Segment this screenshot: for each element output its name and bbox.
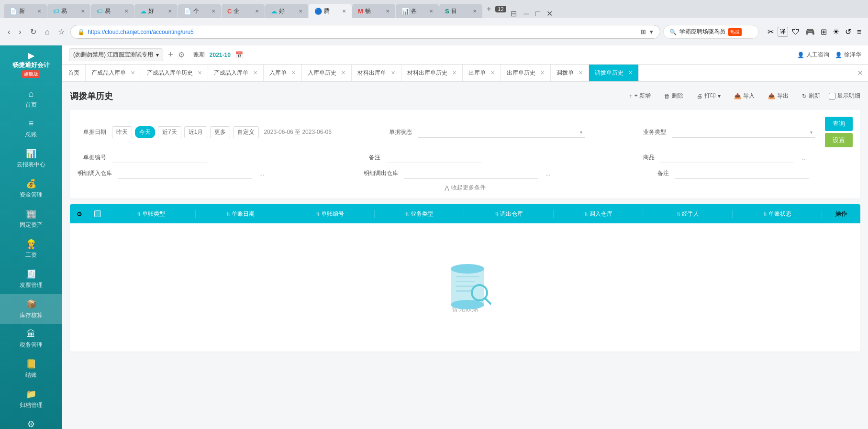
page-tab-10[interactable]: 调拨单 ✕ <box>551 65 589 82</box>
th-in-warehouse[interactable]: ⇅ 调入仓库 <box>554 210 643 218</box>
show-all-checkbox[interactable] <box>829 93 835 99</box>
page-tab-1[interactable]: 产成品入库单 ✕ <box>86 65 141 82</box>
add-company-button[interactable]: + <box>168 50 173 60</box>
detail-out-ellipsis[interactable]: ... <box>544 170 552 177</box>
home-button[interactable]: ⌂ <box>42 26 53 38</box>
browser-tab-11[interactable]: S 目 ✕ <box>439 4 482 18</box>
browser-tab-7[interactable]: ☁ 好 ✕ <box>265 4 308 18</box>
forward-button[interactable]: › <box>16 26 24 38</box>
import-button[interactable]: 📥 导入 <box>729 89 759 102</box>
browser-tab-9[interactable]: M 畅 ✕ <box>352 4 395 18</box>
tab-close-7[interactable]: ✕ <box>299 9 302 14</box>
date-btn-yesterday[interactable]: 昨天 <box>112 126 132 138</box>
page-tab-2[interactable]: 产成品入库单历史 ✕ <box>141 65 208 82</box>
page-tab-3[interactable]: 产成品入库单 ✕ <box>208 65 264 82</box>
company-selector[interactable]: (勿删勿禁用) 江西服宝测试专用 ▾ <box>69 48 163 61</box>
page-tab-close-5[interactable]: ✕ <box>341 70 345 76</box>
detail-in-input[interactable] <box>118 168 252 179</box>
print-button[interactable]: 🖨 打印 ▾ <box>692 89 725 102</box>
sidebar-item-settings[interactable]: ⚙ 基础设置 <box>0 414 62 429</box>
menu-icon[interactable]: ≡ <box>855 27 863 37</box>
address-bar[interactable]: 🔒 https://cloud.chanjet.com/accounting/u… <box>70 25 660 39</box>
date-btn-7days[interactable]: 近7天 <box>158 126 181 138</box>
theme-icon[interactable]: ☀ <box>831 26 841 37</box>
doc-num-input[interactable] <box>112 152 208 163</box>
th-out-warehouse[interactable]: ⇅ 调出仓库 <box>464 210 554 218</box>
sidebar-item-payroll[interactable]: 👷 工资 <box>0 234 62 264</box>
maximize-icon[interactable]: □ <box>533 10 543 18</box>
back-button[interactable]: ‹ <box>5 26 13 38</box>
tab-close-6[interactable]: ✕ <box>255 9 259 14</box>
user-info[interactable]: 👤 徐泽华 <box>835 51 861 59</box>
delete-button[interactable]: 🗑 删除 <box>659 89 688 102</box>
page-tab-close-1[interactable]: ✕ <box>131 70 135 76</box>
goods-input[interactable] <box>660 152 794 163</box>
sidebar-item-closing[interactable]: 📒 结账 <box>0 354 62 384</box>
sidebar-item-archive[interactable]: 📁 归档管理 <box>0 384 62 414</box>
settings-company-button[interactable]: ⚙ <box>178 50 185 59</box>
remark2-input[interactable] <box>675 168 809 179</box>
sidebar-item-inventory[interactable]: 📦 库存核算 <box>0 294 62 324</box>
page-tab-close-6[interactable]: ✕ <box>391 70 395 76</box>
th-biz-type[interactable]: ⇅ 业务类型 <box>375 210 464 218</box>
page-tab-5[interactable]: 入库单历史 ✕ <box>302 65 352 82</box>
page-tab-4[interactable]: 入库单 ✕ <box>264 65 302 82</box>
tab-close-5[interactable]: ✕ <box>211 9 215 14</box>
th-doc-status[interactable]: ⇅ 单账状态 <box>733 210 822 218</box>
page-tab-close-3[interactable]: ✕ <box>253 70 257 76</box>
service-button[interactable]: 👤 人工咨询 <box>797 51 829 59</box>
sidebar-item-tax[interactable]: 🏛 税务管理 <box>0 324 62 354</box>
translate-icon[interactable]: 译 <box>778 27 788 37</box>
page-tab-close-7[interactable]: ✕ <box>452 70 456 76</box>
page-tab-close-9[interactable]: ✕ <box>540 70 545 76</box>
page-tab-11[interactable]: 调拨单历史 ✕ <box>589 65 639 82</box>
page-tab-9[interactable]: 出库单历史 ✕ <box>501 65 551 82</box>
th-checkbox[interactable] <box>89 210 106 217</box>
tab-close-4[interactable]: ✕ <box>168 9 172 14</box>
biz-type-select[interactable] <box>672 127 815 138</box>
close-all-tabs-button[interactable]: ✕ <box>852 68 868 77</box>
game-icon[interactable]: 🎮 <box>803 26 817 37</box>
detail-in-ellipsis[interactable]: ... <box>257 170 266 177</box>
page-tab-close-11[interactable]: ✕ <box>628 70 633 76</box>
shield-icon[interactable]: 🛡 <box>790 27 801 37</box>
export-button[interactable]: 📤 导出 <box>763 89 793 102</box>
tab-list-icon[interactable]: ⊟ <box>507 9 521 18</box>
th-doc-type[interactable]: ⇅ 单账类型 <box>106 210 196 218</box>
grid-icon[interactable]: ⊞ <box>819 26 829 37</box>
select-all-checkbox[interactable] <box>94 210 101 217</box>
sidebar-item-reports[interactable]: 📊 云报表中心 <box>0 143 62 174</box>
page-tab-8[interactable]: 出库单 ✕ <box>463 65 501 82</box>
page-tab-close-2[interactable]: ✕ <box>198 70 202 76</box>
browser-tab-3[interactable]: 🏷 易 ✕ <box>91 4 134 18</box>
page-tab-close-4[interactable]: ✕ <box>291 70 296 76</box>
sidebar-item-home[interactable]: ⌂ 首页 <box>0 84 62 114</box>
browser-tab-10[interactable]: 📊 各 ✕ <box>396 4 439 18</box>
status-select[interactable] <box>418 127 585 138</box>
tab-close-11[interactable]: ✕ <box>473 9 477 14</box>
address-dropdown-icon[interactable]: ▾ <box>650 28 653 35</box>
sidebar-item-assets[interactable]: 🏢 固定资产 <box>0 204 62 234</box>
sidebar-item-ledger[interactable]: ≡ 总账 <box>0 114 62 143</box>
page-tab-close-8[interactable]: ✕ <box>490 70 495 76</box>
scissors-icon[interactable]: ✂ <box>766 26 776 37</box>
date-btn-1month[interactable]: 近1月 <box>184 126 208 138</box>
show-all-button[interactable]: 显示明细 <box>829 92 860 100</box>
undo-icon[interactable]: ↺ <box>843 26 853 37</box>
page-tab-close-10[interactable]: ✕ <box>579 70 583 76</box>
remark-input[interactable] <box>386 152 482 163</box>
date-btn-custom[interactable]: 自定义 <box>233 126 259 138</box>
tab-close-active[interactable]: ✕ <box>342 9 346 14</box>
browser-tab-5[interactable]: 📄 个 ✕ <box>178 4 221 18</box>
browser-tab-1[interactable]: 📄 新 ✕ <box>4 4 47 18</box>
th-gear[interactable]: ⚙ <box>70 210 89 218</box>
reload-button[interactable]: ↻ <box>27 25 39 38</box>
minimize-icon[interactable]: ─ <box>521 10 532 18</box>
sidebar-item-finance[interactable]: 💰 资金管理 <box>0 174 62 204</box>
new-button[interactable]: + + 新增 <box>624 89 656 102</box>
goods-ellipsis[interactable]: ... <box>800 154 809 161</box>
page-tab-6[interactable]: 材料出库单 ✕ <box>352 65 401 82</box>
browser-tab-active[interactable]: 🔵 腾 ✕ <box>309 4 352 18</box>
tab-close-9[interactable]: ✕ <box>386 9 389 14</box>
browser-tab-2[interactable]: 🏷 易 ✕ <box>47 4 90 18</box>
